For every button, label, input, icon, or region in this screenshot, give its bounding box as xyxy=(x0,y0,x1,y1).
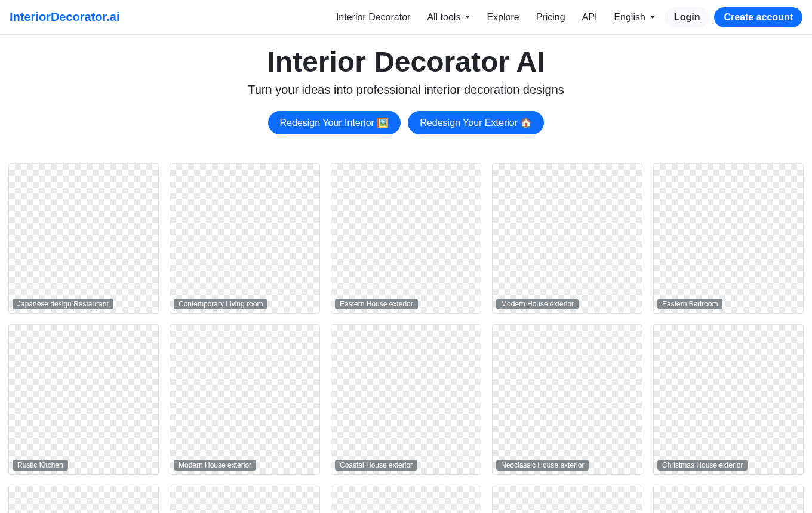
gallery-card[interactable] xyxy=(170,486,320,513)
card-label: Contemporary Living room xyxy=(174,299,267,309)
nav-explore[interactable]: Explore xyxy=(479,7,526,27)
card-label: Coastal House exterior xyxy=(335,460,417,471)
gallery-card[interactable]: Contemporary Living room xyxy=(170,163,320,314)
gallery-card[interactable]: Neoclassic House exterior xyxy=(492,324,642,475)
card-label: Christmas House exterior xyxy=(657,460,748,471)
navbar: InteriorDecorator.ai Interior Decorator … xyxy=(0,0,812,35)
gallery-card[interactable]: Eastern House exterior xyxy=(331,163,481,314)
gallery-card[interactable]: Eastern Bedroom xyxy=(653,163,804,314)
brand-logo[interactable]: InteriorDecorator.ai xyxy=(10,10,120,24)
hero-buttons: Redesign Your Interior 🖼️ Redesign Your … xyxy=(0,111,812,134)
gallery-card[interactable]: Japanese design Restaurant xyxy=(8,163,159,314)
create-account-button[interactable]: Create account xyxy=(714,7,802,27)
card-label: Japanese design Restaurant xyxy=(13,299,113,309)
nav-interior-decorator[interactable]: Interior Decorator xyxy=(329,7,418,27)
redesign-interior-button[interactable]: Redesign Your Interior 🖼️ xyxy=(268,111,401,134)
card-label: Modern House exterior xyxy=(174,460,256,471)
hero-section: Interior Decorator AI Turn your ideas in… xyxy=(0,35,812,134)
login-button[interactable]: Login xyxy=(665,7,710,27)
card-label: Modern House exterior xyxy=(496,299,579,309)
nav-pricing[interactable]: Pricing xyxy=(529,7,573,27)
page-title: Interior Decorator AI xyxy=(0,45,812,78)
gallery-card[interactable] xyxy=(492,486,642,513)
card-label: Rustic Kitchen xyxy=(13,460,68,471)
card-label: Eastern Bedroom xyxy=(657,299,722,309)
nav-all-tools[interactable]: All tools xyxy=(420,7,477,27)
card-label: Eastern House exterior xyxy=(335,299,418,309)
nav-language[interactable]: English xyxy=(607,7,662,27)
card-label: Neoclassic House exterior xyxy=(496,460,589,471)
gallery-card[interactable] xyxy=(653,486,804,513)
gallery-card[interactable] xyxy=(8,486,159,513)
gallery-card[interactable]: Rustic Kitchen xyxy=(8,324,159,475)
page-subtitle: Turn your ideas into professional interi… xyxy=(0,83,812,97)
redesign-exterior-button[interactable]: Redesign Your Exterior 🏠 xyxy=(408,111,544,134)
gallery-card[interactable]: Modern House exterior xyxy=(170,324,320,475)
gallery-grid: Japanese design Restaurant Contemporary … xyxy=(0,163,812,513)
gallery-card[interactable]: Modern House exterior xyxy=(492,163,642,314)
gallery-card[interactable]: Christmas House exterior xyxy=(653,324,804,475)
nav-right: Interior Decorator All tools Explore Pri… xyxy=(329,7,802,27)
gallery-card[interactable]: Coastal House exterior xyxy=(331,324,481,475)
gallery-card[interactable] xyxy=(331,486,481,513)
nav-api[interactable]: API xyxy=(575,7,605,27)
